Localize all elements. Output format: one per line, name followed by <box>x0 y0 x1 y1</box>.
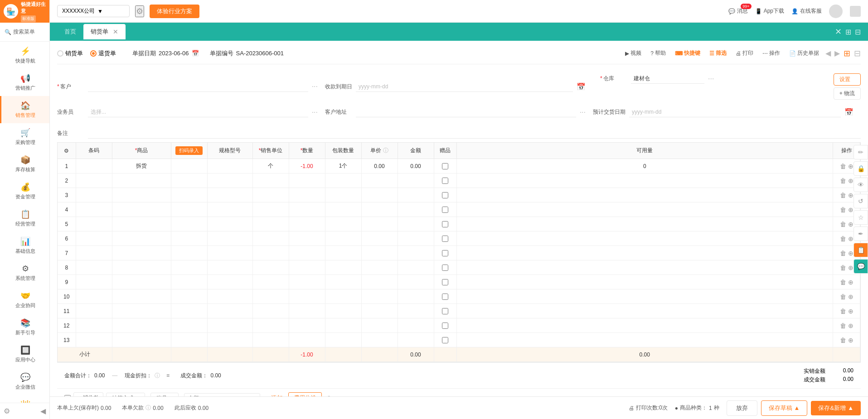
arrears-info-icon[interactable]: ⓘ <box>145 404 151 412</box>
gift-checkbox[interactable] <box>442 207 448 213</box>
fee-split-btn[interactable]: 费用分摊 <box>288 392 322 396</box>
cell-barcode[interactable] <box>76 275 112 289</box>
copy-row-btn[interactable]: ⊕ <box>848 279 853 286</box>
copy-row-btn[interactable]: ⊕ <box>848 177 853 184</box>
cell-gift[interactable] <box>434 304 456 318</box>
price-info-icon[interactable]: ⓘ <box>383 147 388 154</box>
cell-barcode[interactable] <box>76 289 112 304</box>
customer-addr-dots[interactable]: ··· <box>580 108 586 116</box>
tab-home[interactable]: 首页 <box>57 24 83 39</box>
close-panel-btn[interactable]: ✕ <box>835 27 842 37</box>
cell-gift[interactable] <box>434 159 456 173</box>
delete-row-btn[interactable]: 🗑 <box>840 337 846 344</box>
cell-gift[interactable] <box>434 289 456 304</box>
sidebar-item-guide[interactable]: 📚 新手引导 <box>0 313 49 341</box>
more-options-btn[interactable] <box>850 6 861 17</box>
sidebar-item-sales[interactable]: 🏠 销售管理 <box>0 96 49 123</box>
sidebar-item-purchase[interactable]: 🛒 采购管理 <box>0 123 49 150</box>
gift-checkbox[interactable] <box>442 279 448 285</box>
payment-due-input[interactable] <box>356 82 573 92</box>
one-click-btn[interactable]: 一键收款 <box>73 392 103 396</box>
scan-btn[interactable]: 扫码录入 <box>175 146 203 155</box>
header-settings-btn[interactable]: ⚙ <box>135 5 144 17</box>
search-menu-btn[interactable]: 🔍 搜索菜单 <box>3 26 47 38</box>
gift-checkbox[interactable] <box>442 236 448 242</box>
print-info[interactable]: 🖨 打印次数:0次 <box>629 404 668 412</box>
gift-checkbox[interactable] <box>442 250 448 256</box>
gift-checkbox[interactable] <box>442 178 448 184</box>
cell-gift[interactable] <box>434 246 456 260</box>
gift-checkbox[interactable] <box>442 323 448 329</box>
cell-barcode[interactable] <box>76 318 112 333</box>
history-btn[interactable]: 📄 历史单据 <box>786 48 822 58</box>
gift-checkbox[interactable] <box>442 192 448 198</box>
remark-input[interactable] <box>88 128 861 139</box>
float-orange-btn[interactable]: 📋 <box>853 243 868 257</box>
gift-checkbox[interactable] <box>442 265 448 271</box>
payment-amount-input[interactable] <box>184 393 260 397</box>
gift-checkbox[interactable] <box>442 163 448 169</box>
customer-addr-input[interactable] <box>356 107 576 117</box>
delivery-date-input[interactable] <box>629 107 841 117</box>
sidebar-settings-btn[interactable]: ⚙ <box>4 407 10 415</box>
delete-row-btn[interactable]: 🗑 <box>840 235 846 242</box>
cell-gift[interactable] <box>434 202 456 217</box>
copy-row-btn[interactable]: ⊕ <box>848 337 853 344</box>
float-teal-btn[interactable]: 💬 <box>853 259 868 274</box>
copy-row-btn[interactable]: ⊕ <box>848 163 853 170</box>
save-new-btn[interactable]: 保存&新增 ▲ <box>811 401 861 415</box>
split-view-btn[interactable]: ⊟ <box>854 48 861 58</box>
delete-row-btn[interactable]: 🗑 <box>840 308 846 315</box>
gift-checkbox[interactable] <box>442 308 448 314</box>
settings-btn[interactable]: 设置 <box>834 73 861 86</box>
copy-row-btn[interactable]: ⊕ <box>848 250 853 257</box>
sidebar-item-appstore[interactable]: 🔲 应用中心 <box>0 341 49 368</box>
print-btn[interactable]: 🖨 打印 <box>733 48 756 58</box>
salesperson-input[interactable] <box>88 107 308 117</box>
sidebar-item-wechat[interactable]: 💬 企业微信 <box>0 368 49 395</box>
customer-dots[interactable]: ··· <box>312 82 318 91</box>
warehouse-input[interactable] <box>631 73 704 84</box>
sidebar-item-finance[interactable]: 💰 资金管理 <box>0 178 49 205</box>
cell-gift[interactable] <box>434 275 456 289</box>
cell-barcode[interactable] <box>76 159 112 173</box>
save-draft-btn[interactable]: 保存草稿 ▲ <box>761 400 808 416</box>
cell-gift[interactable] <box>434 318 456 333</box>
trial-btn[interactable]: 体验行业方案 <box>150 5 199 18</box>
panel-view-btn[interactable]: ⊞ <box>845 28 851 36</box>
float-eye-btn[interactable]: 👁 <box>853 178 868 192</box>
float-lock-btn[interactable]: 🔒 <box>853 161 868 176</box>
sidebar-collapse-btn[interactable]: ◀ <box>40 407 46 415</box>
float-edit-btn[interactable]: ✏ <box>853 145 868 159</box>
header-message-btn[interactable]: 💬 消息 99+ <box>728 7 748 15</box>
tab-close-btn[interactable]: ✕ <box>113 28 118 35</box>
cell-barcode[interactable] <box>76 333 112 347</box>
company-select[interactable]: XXXXXX公司 ▼ <box>57 5 130 17</box>
sidebar-item-collab[interactable]: 🤝 企业协同 <box>0 286 49 313</box>
gift-checkbox[interactable] <box>442 221 448 227</box>
copy-row-btn[interactable]: ⊕ <box>848 192 853 199</box>
calendar-icon[interactable]: 📅 <box>192 50 199 57</box>
payment-due-cal-icon[interactable]: 📅 <box>577 82 586 91</box>
discount-info-icon[interactable]: ⓘ <box>155 372 160 380</box>
delete-row-btn[interactable]: 🗑 <box>840 293 846 300</box>
help-btn[interactable]: ? 帮助 <box>648 48 669 58</box>
copy-row-btn[interactable]: ⊕ <box>848 264 853 271</box>
sidebar-item-marketing[interactable]: 📢 营销推广 <box>0 69 49 96</box>
goods-kind[interactable]: ● 商品种类： 1 种 <box>675 404 719 412</box>
cell-barcode[interactable] <box>76 260 112 275</box>
cell-gift[interactable] <box>434 188 456 202</box>
cell-gift[interactable] <box>434 173 456 188</box>
cell-gift[interactable] <box>434 333 456 347</box>
payment-method-select[interactable]: 结算方式 <box>106 393 145 397</box>
cell-gift[interactable] <box>434 231 456 246</box>
delete-row-btn[interactable]: 🗑 <box>840 250 846 257</box>
next-record-btn[interactable]: ▶ <box>834 49 840 58</box>
float-refresh-btn[interactable]: ↺ <box>853 194 868 208</box>
copy-row-btn[interactable]: ⊕ <box>848 293 853 300</box>
delete-row-btn[interactable]: 🗑 <box>840 279 846 286</box>
shortcut-btn[interactable]: ⌨ 快捷键 <box>672 48 703 58</box>
cell-barcode[interactable] <box>76 231 112 246</box>
ops-btn[interactable]: ⋯ 操作 <box>760 48 783 58</box>
cell-gift[interactable] <box>434 217 456 231</box>
